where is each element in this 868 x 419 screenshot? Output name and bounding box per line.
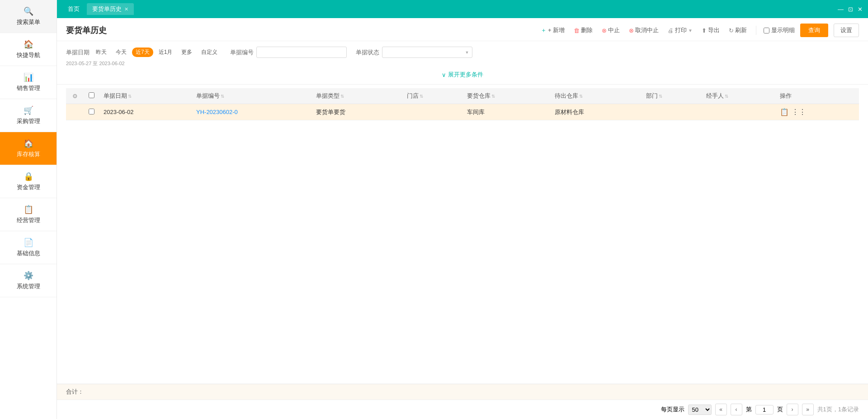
sidebar-item-purchase-mgmt[interactable]: 🛒 采购管理 [0,99,57,132]
row-action: 📋 ⋮⋮ [775,104,859,120]
table-footer: 合计： [57,384,868,400]
settings-button[interactable]: 设置 [834,24,859,37]
row-req-warehouse: 车间库 [462,104,550,120]
sidebar-item-label: 搜索菜单 [17,18,40,26]
date-btn-custom[interactable]: 自定义 [198,48,221,57]
col-req-warehouse[interactable]: 要货仓库⇅ [462,88,550,104]
col-action: 操作 [775,88,859,104]
col-doc-type[interactable]: 单据类型⇅ [311,88,402,104]
page-label: 页 [777,405,783,414]
doc-no-input[interactable] [256,47,347,58]
row-handler [702,104,776,120]
sort-icon-doc-date: ⇅ [128,94,132,99]
doc-no-label: 单据编号 [230,48,254,57]
query-button[interactable]: 查询 [800,24,828,37]
total-info: 共1页，1条记录 [817,405,859,414]
col-department[interactable]: 部门⇅ [642,88,702,104]
sort-icon-store: ⇅ [420,94,423,99]
sort-icon-req-warehouse: ⇅ [491,94,495,99]
sidebar-item-ops-mgmt[interactable]: 📋 经营管理 [0,198,57,231]
date-btn-more[interactable]: 更多 [178,48,196,57]
prev-page-btn[interactable]: ‹ [731,404,742,415]
table-body: 2023-06-02 YH-20230602-0 要货单要货 车间库 原材料仓库… [66,104,859,120]
col-handler[interactable]: 经手人⇅ [702,88,776,104]
print-button[interactable]: 🖨 打印 ▼ [666,25,694,35]
display-detail-checkbox[interactable]: 显示明细 [764,26,795,34]
col-settings[interactable]: ⚙ [66,88,84,104]
col-checkbox [84,88,99,104]
tab-requisition-label: 要货单历史 [92,5,122,13]
sidebar-item-quick-nav[interactable]: 🏠 快捷导航 [0,33,57,66]
window-close-btn[interactable]: ✕ [858,6,863,13]
col-doc-date[interactable]: 单据日期⇅ [99,88,192,104]
date-btn-today[interactable]: 今天 [112,48,130,57]
new-button[interactable]: ＋ + 新增 [539,25,566,35]
expand-more-btn[interactable]: ∨ 展开更多条件 [66,71,859,79]
row-doc-no: YH-20230602-0 [192,104,311,120]
summary-label: 合计： [66,388,84,395]
cancel-stop-icon: ⊗ [629,27,634,34]
sidebar-item-label: 资金管理 [17,183,40,191]
more-icon[interactable]: ⋮⋮ [792,108,806,116]
window-minimize-btn[interactable]: — [838,6,844,13]
window-restore-btn[interactable]: ⊡ [848,6,853,13]
doc-status-label: 单据状态 [356,48,379,57]
sidebar-item-inventory[interactable]: 🏠 库存核算 [0,132,57,165]
date-btn-yesterday[interactable]: 昨天 [92,48,110,57]
plus-icon: ＋ [541,26,547,34]
sidebar-item-label: 库存核算 [17,150,40,158]
page-size-select[interactable]: 50 100 [688,405,712,415]
display-detail-input[interactable] [764,28,769,33]
refresh-button[interactable]: ↻ 刷新 [727,25,749,35]
chevron-down-icon: ∨ [442,71,446,78]
tab-requisition-history[interactable]: 要货单历史 ✕ [87,3,134,15]
sidebar-item-label: 采购管理 [17,117,40,125]
delete-icon: 🗑 [574,27,580,34]
export-button[interactable]: ⬆ 导出 [700,25,722,35]
col-store[interactable]: 门店⇅ [402,88,462,104]
edit-icon[interactable]: 📋 [780,108,789,116]
last-page-btn[interactable]: » [802,404,814,415]
top-bar: 首页 要货单历史 ✕ — ⊡ ✕ [57,0,868,18]
col-doc-no[interactable]: 单据编号⇅ [192,88,311,104]
sidebar-item-label: 基础信息 [17,249,40,257]
sidebar-item-finance[interactable]: 🔒 资金管理 [0,165,57,198]
sidebar-item-basic-info[interactable]: 📄 基础信息 [0,231,57,264]
tab-close-icon[interactable]: ✕ [124,6,128,12]
cancel-stop-button[interactable]: ⊗ 取消中止 [627,25,660,35]
goto-label: 第 [746,405,752,414]
filter-area: 单据日期 昨天 今天 近7天 近1月 更多 自定义 单据编号 [57,41,868,85]
export-icon: ⬆ [702,27,707,34]
col-pending-warehouse[interactable]: 待出仓库⇅ [550,88,641,104]
sidebar-item-label: 经营管理 [17,216,40,224]
row-pending-warehouse: 原材料仓库 [550,104,641,120]
date-btn-1month[interactable]: 近1月 [155,48,176,57]
select-all-checkbox[interactable] [89,92,94,98]
page-size-label: 每页显示 [661,405,684,414]
sidebar-item-sales-mgmt[interactable]: 📊 销售管理 [0,66,57,99]
filter-row-1: 单据日期 昨天 今天 近7天 近1月 更多 自定义 单据编号 [66,47,859,58]
tab-home-label: 首页 [68,5,80,13]
stop-button[interactable]: ⊗ 中止 [600,25,622,35]
row-settings [66,104,84,120]
doc-status-select-wrapper [382,47,472,58]
row-checkbox[interactable] [89,109,94,114]
sort-icon-doc-no: ⇅ [221,94,224,99]
page-number-input[interactable] [755,405,774,414]
table-header-row: ⚙ 单据日期⇅ 单据编号⇅ 单据类型⇅ [66,88,859,104]
sort-icon-department: ⇅ [659,94,662,99]
filter-doc-status: 单据状态 [356,47,472,58]
date-btn-7days[interactable]: 近7天 [132,48,153,57]
tab-home[interactable]: 首页 [62,3,85,15]
delete-button[interactable]: 🗑 删除 [572,25,594,35]
row-store [402,104,462,120]
sidebar-item-search-menu[interactable]: 🔍 搜索菜单 [0,0,57,33]
first-page-btn[interactable]: « [715,404,727,415]
doc-no-link[interactable]: YH-20230602-0 [196,109,238,115]
row-department [642,104,702,120]
row-doc-date: 2023-06-02 [99,104,192,120]
sidebar-item-sys-mgmt[interactable]: ⚙️ 系统管理 [0,264,57,297]
table-row: 2023-06-02 YH-20230602-0 要货单要货 车间库 原材料仓库… [66,104,859,120]
next-page-btn[interactable]: › [787,404,798,415]
doc-status-select[interactable] [382,47,472,58]
